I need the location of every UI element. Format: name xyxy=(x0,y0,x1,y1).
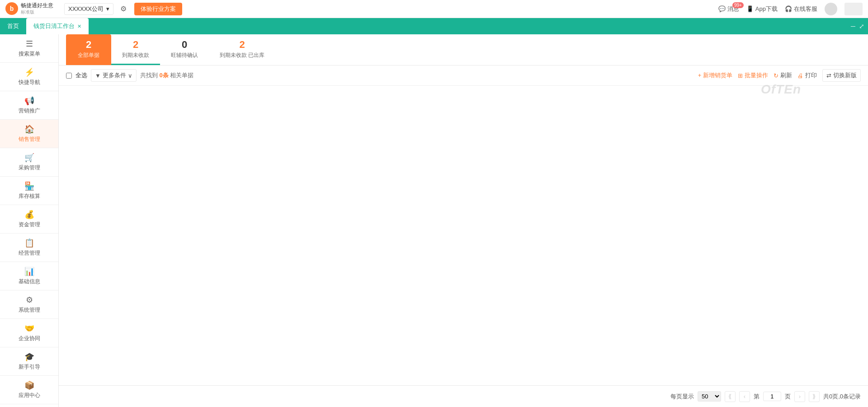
content-area: 2 全部单据 2 到期未收款 0 旺辅待确认 2 到期未收款 已出库 全选 ▼ … xyxy=(59,34,868,407)
app-name: 畅捷通好生意 xyxy=(21,2,53,9)
print-icon: 🖨 xyxy=(797,72,803,79)
top-header: b 畅捷通好生意 标准版 XXXXXX公司 ▾ ⚙ 体验行业方案 💬 消息 99… xyxy=(0,0,868,18)
page-label: 第 xyxy=(754,393,760,401)
per-page-label: 每页显示 xyxy=(670,393,694,401)
sidebar-item-inventory[interactable]: 🏪 库存核算 xyxy=(0,177,58,205)
sidebar-item-basic-info[interactable]: 📊 基础信息 xyxy=(0,262,58,290)
filter-chevron-icon: ∨ xyxy=(128,72,132,79)
purchase-icon: 🛒 xyxy=(24,153,34,163)
sidebar-enterprise-label: 企业协同 xyxy=(19,335,40,342)
message-button[interactable]: 💬 消息 99+ xyxy=(718,5,739,13)
stat-tab-shipped[interactable]: 2 到期未收款 已出库 xyxy=(209,34,275,65)
page-size-select[interactable]: 50 100 xyxy=(698,391,721,402)
inventory-icon: 🏪 xyxy=(24,181,34,191)
app-center-icon: 📦 xyxy=(24,380,34,390)
tab-home-label: 首页 xyxy=(7,22,19,30)
list-area xyxy=(59,86,868,385)
trial-button[interactable]: 体验行业方案 xyxy=(134,3,182,15)
sidebar-inventory-label: 库存核算 xyxy=(19,192,40,200)
select-all-checkbox[interactable] xyxy=(66,73,72,79)
switch-new-version-button[interactable]: ⇄ 切换新版 xyxy=(822,69,861,82)
sidebar-item-purchase[interactable]: 🛒 采购管理 xyxy=(0,148,58,177)
toolbar: 全选 ▼ 更多条件 ∨ 共找到 0条 相关单据 + 新增销货单 ⊞ 批量操作 xyxy=(59,65,868,86)
stat-wangfu-number: 0 xyxy=(182,39,187,51)
stat-shipped-label: 到期未收款 已出库 xyxy=(220,51,264,59)
stat-tab-overdue[interactable]: 2 到期未收款 xyxy=(111,34,160,65)
logo-text: 畅捷通好生意 标准版 xyxy=(21,2,53,15)
tab-bar: 首页 钱货日清工作台 ✕ ─ ⤢ xyxy=(0,18,868,34)
page-number-input[interactable] xyxy=(763,392,781,401)
first-page-button[interactable]: ⟪ xyxy=(725,391,736,402)
toolbar-right: + 新增销货单 ⊞ 批量操作 ↻ 刷新 🖨 打印 ⇄ 切换新版 xyxy=(698,69,861,82)
tab-home[interactable]: 首页 xyxy=(0,18,26,34)
guide-icon: 🎓 xyxy=(24,352,34,362)
sidebar-marketing-label: 营销推广 xyxy=(19,107,40,115)
company-selector[interactable]: XXXXXX公司 ▾ xyxy=(64,3,113,15)
sidebar-item-operations[interactable]: 📋 经营管理 xyxy=(0,234,58,262)
sidebar-item-guide[interactable]: 🎓 新手引导 xyxy=(0,347,58,376)
stat-shipped-number: 2 xyxy=(240,39,245,51)
marketing-icon: 📢 xyxy=(24,96,34,106)
service-icon: 🎧 xyxy=(785,5,792,12)
app-version: 标准版 xyxy=(21,9,53,15)
found-suffix: 相关单据 xyxy=(170,72,193,79)
sidebar-item-search[interactable]: ☰ 搜索菜单 xyxy=(0,34,58,63)
basic-info-icon: 📊 xyxy=(24,267,34,276)
sidebar-basic-info-label: 基础信息 xyxy=(19,278,40,285)
refresh-button[interactable]: ↻ 刷新 xyxy=(774,71,792,80)
stat-tab-wangfu[interactable]: 0 旺辅待确认 xyxy=(160,34,209,65)
user-dropdown[interactable] xyxy=(844,3,863,15)
sidebar-item-system[interactable]: ⚙ 系统管理 xyxy=(0,290,58,319)
sidebar-item-enterprise[interactable]: 🤝 企业协同 xyxy=(0,319,58,347)
sidebar-item-marketing[interactable]: 📢 营销推广 xyxy=(0,91,58,120)
tab-bar-actions: ─ ⤢ xyxy=(851,23,868,30)
next-page-button[interactable]: › xyxy=(794,391,805,402)
stat-overdue-number: 2 xyxy=(133,39,138,51)
search-menu-icon: ☰ xyxy=(26,39,33,49)
print-label: 打印 xyxy=(805,71,817,80)
online-service-button[interactable]: 🎧 在线客服 xyxy=(785,5,817,13)
refresh-label: 刷新 xyxy=(780,71,792,80)
print-button[interactable]: 🖨 打印 xyxy=(797,71,817,80)
logo-area: b 畅捷通好生意 标准版 xyxy=(5,2,64,15)
select-all-label: 全选 xyxy=(75,71,87,80)
batch-operation-button[interactable]: ⊞ 批量操作 xyxy=(738,71,768,80)
operations-icon: 📋 xyxy=(24,238,34,248)
online-service-label: 在线客服 xyxy=(794,5,817,13)
sidebar-item-wechat[interactable]: 💬 企业微信 xyxy=(0,404,58,407)
tab-maximize-icon[interactable]: ⤢ xyxy=(859,23,864,30)
system-icon: ⚙ xyxy=(26,295,33,305)
avatar[interactable] xyxy=(825,3,837,15)
app-download-button[interactable]: 📱 App下载 xyxy=(746,5,778,13)
filter-icon: ▼ xyxy=(95,72,101,79)
found-prefix: 共找到 xyxy=(140,72,158,79)
tab-qhrq-label: 钱货日清工作台 xyxy=(33,22,75,30)
stat-tab-all[interactable]: 2 全部单据 xyxy=(66,34,111,65)
tab-close-icon[interactable]: ✕ xyxy=(77,23,81,29)
last-page-button[interactable]: ⟫ xyxy=(809,391,820,402)
tab-minimize-icon[interactable]: ─ xyxy=(851,23,855,30)
new-sale-button[interactable]: + 新增销货单 xyxy=(698,71,732,80)
sidebar-item-app-center[interactable]: 📦 应用中心 xyxy=(0,376,58,404)
logo-icon: b xyxy=(5,2,18,15)
settings-icon[interactable]: ⚙ xyxy=(117,3,130,15)
prev-page-button[interactable]: ‹ xyxy=(739,391,750,402)
found-count: 0条 xyxy=(160,72,169,79)
sidebar-item-sales[interactable]: 🏠 销售管理 xyxy=(0,120,58,148)
batch-icon: ⊞ xyxy=(738,72,743,79)
sidebar-funds-label: 资金管理 xyxy=(19,221,40,229)
sidebar-item-funds[interactable]: 💰 资金管理 xyxy=(0,205,58,234)
sidebar-app-center-label: 应用中心 xyxy=(19,392,40,399)
download-icon: 📱 xyxy=(746,5,754,12)
sidebar-item-quick-nav[interactable]: ⚡ 快捷导航 xyxy=(0,63,58,91)
chevron-down-icon: ▾ xyxy=(106,5,109,12)
sidebar-system-label: 系统管理 xyxy=(19,306,40,314)
sidebar-sales-label: 销售管理 xyxy=(19,136,40,143)
message-badge: 99+ xyxy=(732,2,744,8)
page-label-2: 页 xyxy=(785,393,791,401)
app-download-label: App下载 xyxy=(755,5,778,13)
filter-button[interactable]: ▼ 更多条件 ∨ xyxy=(91,69,137,82)
refresh-icon: ↻ xyxy=(774,72,778,79)
quick-nav-icon: ⚡ xyxy=(24,67,34,77)
tab-qhrq[interactable]: 钱货日清工作台 ✕ xyxy=(26,18,89,34)
